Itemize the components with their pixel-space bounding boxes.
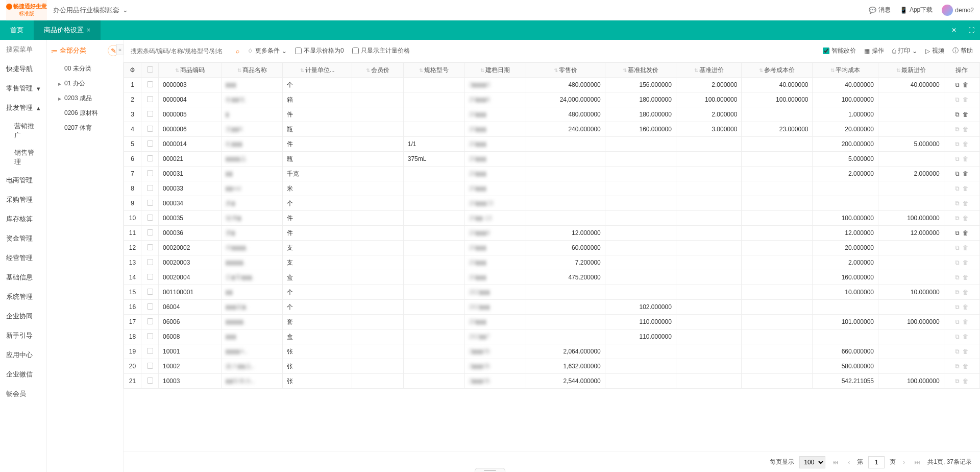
column-header[interactable]: ⇅参考成本价 <box>742 63 813 78</box>
row-checkbox[interactable] <box>147 363 153 369</box>
delete-row-button[interactable]: 🗑 <box>963 111 969 118</box>
table-row[interactable]: 10000035玻璃▮件20▮▮-13100.000000100.000000⧉… <box>124 211 980 226</box>
delete-row-button[interactable]: 🗑 <box>963 140 969 148</box>
table-row[interactable]: 8000033▮▮est米20▮▮▮⧉🗑 <box>124 181 980 196</box>
bottom-drawer-handle[interactable] <box>475 468 505 472</box>
column-header[interactable]: ⇅零售价 <box>526 63 605 78</box>
table-scroll[interactable]: ⚙⇅商品编码⇅商品名称⇅计量单位...⇅会员价⇅规格型号⇅建档日期⇅零售价⇅基准… <box>124 62 980 452</box>
table-row[interactable]: 2010002扬力▮▮品..张2▮▮▮051,632.000000580.000… <box>124 359 980 374</box>
category-item[interactable]: 0207 体育 <box>51 121 119 135</box>
delete-row-button[interactable]: 🗑 <box>963 289 969 296</box>
nav-item[interactable]: 批发管理▴ <box>0 98 46 117</box>
table-row[interactable]: 1606004▮▮▮面▮.个202▮▮▮102.000000⧉🗑 <box>124 300 980 315</box>
row-checkbox[interactable] <box>147 259 153 265</box>
next-page-button[interactable]: › <box>901 459 907 466</box>
row-checkbox[interactable] <box>147 215 153 221</box>
nav-item[interactable]: 快捷导航 <box>0 59 46 79</box>
table-row[interactable]: 1706006▮▮▮▮▮.套20▮▮▮110.000000101.0000001… <box>124 315 980 329</box>
row-checkbox[interactable] <box>147 348 153 354</box>
delete-row-button[interactable]: 🗑 <box>963 318 969 325</box>
column-header[interactable]: ⇅基准进价 <box>676 63 742 78</box>
copy-row-button[interactable]: ⧉ <box>955 333 960 340</box>
nav-item[interactable]: 应用中心 <box>0 345 46 365</box>
nav-item[interactable]: 经营管理 <box>0 248 46 268</box>
nav-sub-item[interactable]: 销售管理 <box>0 144 46 171</box>
table-row[interactable]: 6000021▮▮▮▮品瓶375mL20▮▮▮5.000000⧉🗑 <box>124 152 980 167</box>
table-row[interactable]: 2110003▮▮听将办..张2▮▮▮052,544.000000542.211… <box>124 374 980 389</box>
nav-item[interactable]: 企业微信 <box>0 365 46 384</box>
table-row[interactable]: 7000031▮▮千克20▮▮▮2.0000002.000000⧉🗑 <box>124 167 980 181</box>
category-item[interactable]: 00 未分类 <box>51 61 119 76</box>
row-checkbox[interactable] <box>147 274 153 280</box>
collapse-panel-button[interactable]: « <box>116 44 124 55</box>
row-checkbox[interactable] <box>147 200 153 206</box>
category-item[interactable]: ▸0203 成品 <box>51 91 119 106</box>
help-button[interactable]: ⓘ帮助 <box>952 46 973 55</box>
hide-zero-checkbox[interactable]: 不显示价格为0 <box>295 46 344 55</box>
column-header[interactable]: ⇅基准批发价 <box>605 63 676 78</box>
table-row[interactable]: 10000003▮▮▮个2▮▮▮▮0480.000000156.0000002.… <box>124 78 980 92</box>
copy-row-button[interactable]: ⧉ <box>955 363 960 370</box>
smart-price-button[interactable]: 智能改价 <box>823 46 856 55</box>
video-button[interactable]: ▷视频 <box>925 46 944 55</box>
copy-row-button[interactable]: ⧉ <box>955 229 960 237</box>
delete-row-button[interactable]: 🗑 <box>963 126 969 133</box>
column-header[interactable]: ⇅计量单位... <box>283 63 352 78</box>
table-row[interactable]: 1910001▮▮▮▮A..张2▮▮▮052,064.000000660.000… <box>124 344 980 359</box>
row-checkbox[interactable] <box>147 170 153 176</box>
nav-item[interactable]: 系统管理 <box>0 287 46 306</box>
row-checkbox[interactable] <box>147 185 153 191</box>
nav-item[interactable]: 电商管理 <box>0 171 46 190</box>
table-row[interactable]: 9000034典▮个20▮▮▮23⧉🗑 <box>124 196 980 211</box>
table-row[interactable]: 1200020002侍▮▮▮▮.支20▮▮▮60.00000020.000000… <box>124 241 980 255</box>
user-menu[interactable]: demo2 <box>942 5 974 16</box>
last-page-button[interactable]: ⏭ <box>912 459 922 466</box>
row-checkbox[interactable] <box>147 155 153 161</box>
app-download-button[interactable]: 📱App下载 <box>900 6 933 14</box>
row-checkbox[interactable] <box>147 140 153 147</box>
nav-item[interactable]: 采购管理 <box>0 190 46 209</box>
copy-row-button[interactable]: ⧉ <box>955 244 960 251</box>
copy-row-button[interactable]: ⧉ <box>955 126 960 133</box>
delete-row-button[interactable]: 🗑 <box>963 274 969 281</box>
nav-sub-item[interactable]: 营销推广 <box>0 117 46 144</box>
nav-item[interactable]: 库存核算 <box>0 209 46 229</box>
print-button[interactable]: ⎙打印⌄ <box>892 46 917 55</box>
delete-row-button[interactable]: 🗑 <box>963 377 969 385</box>
table-row[interactable]: 1300020003▮▮▮▮▮.支20▮▮▮7.2000002.000000⧉🗑 <box>124 255 980 270</box>
row-checkbox[interactable] <box>147 333 153 339</box>
copy-row-button[interactable]: ⧉ <box>955 259 960 266</box>
nav-item[interactable]: 零售管理▾ <box>0 79 46 98</box>
prev-page-button[interactable]: ‹ <box>846 459 852 466</box>
row-checkbox[interactable] <box>147 303 153 310</box>
column-header[interactable]: ⇅平均成本 <box>813 63 878 78</box>
delete-row-button[interactable]: 🗑 <box>963 363 969 370</box>
row-checkbox[interactable] <box>147 244 153 250</box>
copy-row-button[interactable]: ⧉ <box>955 348 960 355</box>
column-header[interactable] <box>141 63 159 78</box>
category-item[interactable]: 0206 原材料 <box>51 106 119 121</box>
delete-row-button[interactable]: 🗑 <box>963 215 969 222</box>
copy-row-button[interactable]: ⧉ <box>955 274 960 281</box>
copy-row-button[interactable]: ⧉ <box>955 289 960 296</box>
copy-row-button[interactable]: ⧉ <box>955 318 960 325</box>
table-row[interactable]: 20000004收▮▮纸箱20▮▮▮824,000.000000180.0000… <box>124 92 980 107</box>
tab-home[interactable]: 首页 <box>0 20 34 40</box>
column-header[interactable]: ⇅最新进价 <box>878 63 944 78</box>
nav-item[interactable]: 基础信息 <box>0 268 46 287</box>
table-row[interactable]: 50000014杜▮▮▮件1/120▮▮▮200.0000005.000000⧉… <box>124 137 980 152</box>
operations-button[interactable]: ▦操作 <box>864 46 884 55</box>
account-selector[interactable]: 办公用品行业模拟账套⌄ <box>53 6 128 15</box>
row-checkbox[interactable] <box>147 229 153 235</box>
nav-item[interactable]: 企业协同 <box>0 306 46 326</box>
row-checkbox[interactable] <box>147 126 153 132</box>
nav-item[interactable]: 畅会员 <box>0 384 46 404</box>
nav-search[interactable]: 搜索菜单 <box>0 40 46 59</box>
copy-row-button[interactable]: ⧉ <box>955 185 960 192</box>
delete-row-button[interactable]: 🗑 <box>963 229 969 237</box>
column-header[interactable]: ⇅规格型号 <box>403 63 464 78</box>
close-all-tabs-button[interactable]: ✕ <box>945 27 963 34</box>
main-unit-checkbox[interactable]: 只显示主计量价格 <box>352 46 410 55</box>
copy-row-button[interactable]: ⧉ <box>955 81 960 88</box>
copy-row-button[interactable]: ⧉ <box>955 96 960 103</box>
